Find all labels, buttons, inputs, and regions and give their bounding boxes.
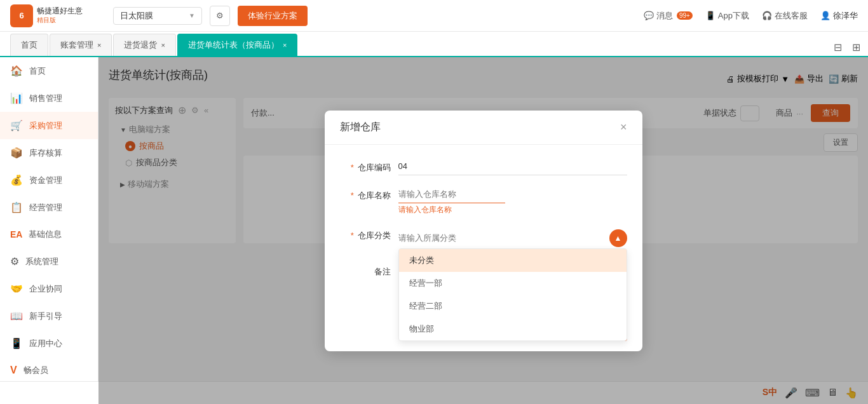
modal-close-button[interactable]: × — [620, 121, 627, 134]
sidebar-item-home[interactable]: 🏠 首页 — [0, 57, 98, 84]
home-icon: 🏠 — [10, 65, 23, 77]
app-sub: 精目版 — [37, 16, 83, 25]
top-header: 6 畅捷通好生意 精目版 日太阳膜 ▼ ⚙ 体验行业方案 💬 消息 99+ 📱 … — [0, 0, 868, 32]
form-row-code: * 仓库编码 — [340, 158, 627, 175]
newbie-icon: 📖 — [10, 310, 23, 322]
settings-button[interactable]: ⚙ — [210, 6, 230, 26]
name-input[interactable] — [398, 185, 505, 203]
content-area: 进货单统计(按商品) 🖨 按模板打印 ▼ 📤 导出 🔄 刷新 — [98, 57, 868, 404]
category-dropdown: ▲ 未分类 经营一部 经营二部 物业部 — [398, 226, 627, 252]
sidebar: 🏠 首页 📊 销售管理 🛒 采购管理 📦 库存核算 💰 资金管理 📋 经营管理 … — [0, 57, 98, 404]
tab-maximize-button[interactable]: ⊞ — [850, 39, 863, 56]
tab-bar: 首页 账套管理 × 进货退货 × 进货单统计表（按商品） × ⊟ ⊞ — [0, 32, 868, 57]
sidebar-item-newbie[interactable]: 📖 新手引导 — [0, 302, 98, 330]
tab-purchase-return-label: 进货退货 — [124, 39, 157, 51]
name-label: * 仓库名称 — [340, 185, 391, 201]
basic-info-icon: EA — [10, 229, 22, 239]
notif-label: 消息 — [656, 10, 673, 22]
category-input[interactable] — [398, 233, 609, 243]
message-icon: 💬 — [644, 11, 654, 20]
sidebar-system-label: 系统管理 — [25, 256, 58, 267]
code-input[interactable] — [398, 158, 627, 175]
tab-right-buttons: ⊟ ⊞ — [831, 39, 868, 56]
category-toggle-button[interactable]: ▲ — [609, 229, 627, 247]
modal-body: * 仓库编码 * 仓库名称 — [325, 145, 642, 312]
sidebar-item-apps[interactable]: 📱 应用中心 — [0, 330, 98, 357]
tab-purchase-return[interactable]: 进货退货 × — [113, 34, 175, 56]
sidebar-enterprise-label: 企业协同 — [29, 283, 62, 295]
finance-icon: 💰 — [10, 174, 23, 186]
sidebar-item-purchase[interactable]: 🛒 采购管理 — [0, 112, 98, 139]
store-selector[interactable]: 日太阳膜 ▼ — [113, 7, 202, 25]
inventory-icon: 📦 — [10, 147, 23, 159]
sidebar-item-operations[interactable]: 📋 经营管理 — [0, 194, 98, 221]
enterprise-icon: 🤝 — [10, 283, 23, 295]
logo-area: 6 畅捷通好生意 精目版 — [10, 4, 105, 27]
new-warehouse-modal: 新增仓库 × * 仓库编码 — [325, 111, 642, 351]
sidebar-item-sales[interactable]: 📊 销售管理 — [0, 84, 98, 112]
form-row-name: * 仓库名称 请输入仓库名称 — [340, 185, 627, 215]
sales-icon: 📊 — [10, 92, 23, 104]
sidebar-sales-label: 销售管理 — [29, 93, 62, 104]
sidebar-newbie-label: 新手引导 — [29, 311, 62, 322]
notif-badge: 99+ — [677, 11, 693, 20]
tab-accounts-label: 账套管理 — [60, 39, 93, 51]
tab-home[interactable]: 首页 — [10, 34, 48, 56]
sidebar-home-label: 首页 — [29, 65, 46, 77]
phone-icon: 📱 — [705, 11, 715, 20]
sidebar-finance-label: 资金管理 — [29, 175, 62, 186]
operations-icon: 📋 — [10, 201, 23, 213]
user-name: 徐泽华 — [833, 10, 858, 22]
sidebar-item-enterprise[interactable]: 🤝 企业协同 — [0, 275, 98, 302]
tab-accounts[interactable]: 账套管理 × — [50, 34, 112, 56]
header-right: 💬 消息 99+ 📱 App下载 🎧 在线客服 👤 徐泽华 — [644, 10, 858, 22]
category-dropdown-list: 未分类 经营一部 经营二部 物业部 — [398, 248, 627, 341]
dropdown-option-uncategorized[interactable]: 未分类 — [399, 249, 627, 272]
main-layout: 🏠 首页 📊 销售管理 🛒 采购管理 📦 库存核算 💰 资金管理 📋 经营管理 … — [0, 57, 868, 404]
name-error-tip: 请输入仓库名称 — [398, 205, 505, 215]
sidebar-item-vip[interactable]: V 畅会员 — [0, 357, 98, 384]
tab-purchase-return-close[interactable]: × — [161, 41, 165, 49]
tab-purchase-stat-label: 进货单统计表（按商品） — [188, 39, 279, 51]
app-download-button[interactable]: 📱 App下载 — [705, 10, 749, 22]
sidebar-item-basic-info[interactable]: EA 基础信息 — [0, 221, 98, 248]
tab-purchase-stat-close[interactable]: × — [283, 41, 287, 49]
gear-icon: ⚙ — [216, 11, 224, 20]
tab-home-label: 首页 — [21, 39, 37, 51]
sidebar-inventory-label: 库存核算 — [29, 147, 62, 159]
code-label: * 仓库编码 — [340, 158, 391, 173]
sidebar-vip-label: 畅会员 — [24, 365, 48, 376]
sidebar-item-finance[interactable]: 💰 资金管理 — [0, 166, 98, 194]
online-service-label: 在线客服 — [775, 10, 808, 22]
sidebar-apps-label: 应用中心 — [29, 338, 62, 349]
trial-button[interactable]: 体验行业方案 — [238, 6, 308, 26]
apps-icon: 📱 — [10, 337, 23, 349]
modal-title: 新增仓库 — [340, 121, 381, 134]
dropdown-option-dept1[interactable]: 经营一部 — [399, 272, 627, 295]
app-name: 畅捷通好生意 — [37, 6, 83, 17]
tab-accounts-close[interactable]: × — [97, 41, 101, 49]
sidebar-operations-label: 经营管理 — [29, 202, 62, 213]
store-arrow-icon: ▼ — [189, 12, 195, 19]
user-icon: 👤 — [820, 11, 831, 20]
app-logo-icon: 6 — [10, 4, 33, 27]
modal-overlay: 新增仓库 × * 仓库编码 — [98, 57, 868, 404]
notes-label: 备注 — [340, 262, 391, 278]
purchase-icon: 🛒 — [10, 119, 23, 131]
online-service-button[interactable]: 🎧 在线客服 — [762, 10, 808, 22]
sidebar-purchase-label: 采购管理 — [29, 120, 62, 131]
sidebar-item-inventory[interactable]: 📦 库存核算 — [0, 139, 98, 166]
tab-minimize-button[interactable]: ⊟ — [831, 39, 844, 56]
user-profile-button[interactable]: 👤 徐泽华 — [820, 10, 858, 22]
dropdown-option-property[interactable]: 物业部 — [399, 318, 627, 340]
notification-button[interactable]: 💬 消息 99+ — [644, 10, 693, 22]
system-icon: ⚙ — [10, 255, 19, 267]
tab-purchase-stat[interactable]: 进货单统计表（按商品） × — [177, 34, 297, 56]
category-label: * 仓库分类 — [340, 226, 391, 241]
sidebar-item-system[interactable]: ⚙ 系统管理 — [0, 248, 98, 275]
headset-icon: 🎧 — [762, 11, 772, 20]
modal-header: 新增仓库 × — [325, 111, 642, 145]
form-row-category: * 仓库分类 ▲ 未分类 经营一部 经营二部 — [340, 226, 627, 252]
dropdown-option-dept2[interactable]: 经营二部 — [399, 295, 627, 318]
app-download-label: App下载 — [718, 10, 749, 22]
